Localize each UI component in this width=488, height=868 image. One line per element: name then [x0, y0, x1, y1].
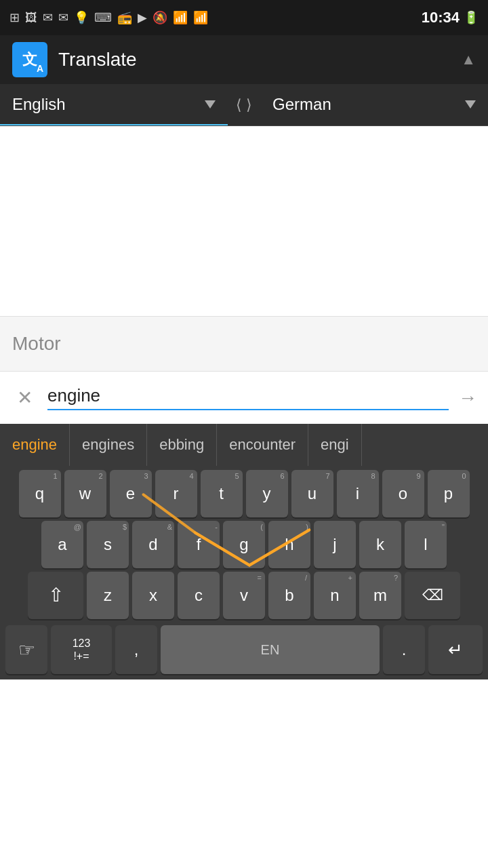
- wifi-icon: 📶: [193, 10, 208, 25]
- output-text: Motor: [12, 333, 61, 355]
- keyboard-icon: ⌨: [94, 10, 112, 25]
- space-key-label: EN: [261, 642, 280, 658]
- key-w[interactable]: 2 w: [64, 470, 106, 517]
- input-bar: ✕ →: [0, 371, 488, 424]
- translate-arrow-button[interactable]: →: [458, 387, 477, 409]
- app-title: Translate: [58, 49, 450, 71]
- key-l[interactable]: " l: [405, 521, 447, 568]
- email-icon: ✉: [43, 10, 53, 25]
- key-e[interactable]: 3 e: [110, 470, 152, 517]
- key-x[interactable]: x: [132, 572, 174, 619]
- suggestion-item-3[interactable]: encounter: [217, 424, 308, 466]
- key-g[interactable]: ( g: [223, 521, 265, 568]
- suggestions-row: engine engines ebbing encounter engi: [0, 424, 488, 466]
- key-u[interactable]: 7 u: [291, 470, 333, 517]
- comma-key[interactable]: ,: [115, 625, 157, 674]
- key-p[interactable]: 0 p: [428, 470, 470, 517]
- keyboard-section: engine engines ebbing encounter engi 1 q…: [0, 424, 488, 679]
- keyboard-row-2: @ a $ s & d - f ( g ) h: [3, 521, 485, 568]
- signal-icon: 📶: [173, 10, 188, 25]
- play-icon: ▶: [138, 10, 147, 25]
- key-d[interactable]: & d: [132, 521, 174, 568]
- key-s[interactable]: $ s: [87, 521, 129, 568]
- enter-key[interactable]: ↵: [428, 625, 483, 674]
- swipe-icon: ☞: [18, 639, 35, 661]
- key-t[interactable]: 5 t: [201, 470, 243, 517]
- source-language-selector[interactable]: English: [0, 84, 228, 125]
- output-area: Motor: [0, 317, 488, 371]
- radio-icon: 📻: [117, 10, 132, 25]
- target-language-selector[interactable]: German: [260, 84, 488, 125]
- target-language-chevron-icon: [465, 100, 476, 108]
- app-bar-chevron-icon: ▲: [461, 51, 476, 68]
- language-swap-button[interactable]: ⟨ ⟩: [228, 96, 260, 114]
- input-field-wrapper: [47, 385, 449, 410]
- swap-icon: ⟨ ⟩: [236, 96, 252, 114]
- status-bar: ⊞ 🖼 ✉ ✉ 💡 ⌨ 📻 ▶ 🔕 📶 📶 10:34 🔋: [0, 0, 488, 35]
- key-j[interactable]: j: [314, 521, 356, 568]
- suggestion-item-1[interactable]: engines: [70, 424, 147, 466]
- keyboard-bottom-row: ☞ 123!+= , EN . ↵: [3, 623, 485, 677]
- key-q[interactable]: 1 q: [19, 470, 61, 517]
- translation-area: [0, 126, 488, 316]
- email2-icon: ✉: [58, 10, 68, 25]
- image-icon: 🖼: [25, 11, 37, 25]
- add-icon: ⊞: [9, 10, 20, 25]
- translate-icon-label: 文A: [22, 52, 37, 67]
- input-clear-button[interactable]: ✕: [11, 387, 38, 409]
- space-key[interactable]: EN: [161, 625, 380, 674]
- battery-icon: 🔋: [464, 10, 479, 25]
- translate-app-icon: 文A: [12, 42, 47, 77]
- key-f[interactable]: - f: [178, 521, 220, 568]
- mute-icon: 🔕: [152, 10, 167, 25]
- status-icons-right: 10:34 🔋: [422, 9, 479, 26]
- key-r[interactable]: 4 r: [155, 470, 197, 517]
- source-language-chevron-icon: [205, 100, 216, 108]
- suggestion-item-2[interactable]: ebbing: [147, 424, 217, 466]
- swipe-key[interactable]: ☞: [5, 625, 47, 674]
- key-c[interactable]: c: [178, 572, 220, 619]
- target-language-label: German: [272, 95, 331, 114]
- app-bar: 文A Translate ▲: [0, 35, 488, 84]
- key-h[interactable]: ) h: [268, 521, 310, 568]
- key-z[interactable]: z: [87, 572, 129, 619]
- period-key[interactable]: .: [383, 625, 425, 674]
- numbers-key[interactable]: 123!+=: [51, 625, 112, 674]
- key-a[interactable]: @ a: [41, 521, 83, 568]
- key-o[interactable]: 9 o: [382, 470, 424, 517]
- key-m[interactable]: ? m: [359, 572, 401, 619]
- keyboard-row-1: 1 q 2 w 3 e 4 r 5 t 6 y: [3, 470, 485, 517]
- translation-input[interactable]: [47, 385, 449, 406]
- key-i[interactable]: 8 i: [337, 470, 379, 517]
- backspace-key[interactable]: ⌫: [405, 572, 460, 619]
- bulb-icon: 💡: [74, 10, 89, 25]
- keyboard: 1 q 2 w 3 e 4 r 5 t 6 y: [0, 466, 488, 679]
- keyboard-row-3: ⇧ z x c = v / b + n ?: [3, 572, 485, 619]
- key-n[interactable]: + n: [314, 572, 356, 619]
- source-language-label: English: [12, 95, 66, 114]
- source-text-display: [12, 140, 476, 180]
- key-v[interactable]: = v: [223, 572, 265, 619]
- key-y[interactable]: 6 y: [246, 470, 288, 517]
- key-k[interactable]: k: [359, 521, 401, 568]
- shift-key[interactable]: ⇧: [28, 572, 83, 619]
- suggestion-item-4[interactable]: engi: [308, 424, 362, 466]
- language-bar[interactable]: English ⟨ ⟩ German: [0, 84, 488, 126]
- status-icons-left: ⊞ 🖼 ✉ ✉ 💡 ⌨ 📻 ▶ 🔕 📶 📶: [9, 10, 208, 25]
- key-b[interactable]: / b: [268, 572, 310, 619]
- status-time: 10:34: [422, 9, 460, 26]
- suggestion-item-0[interactable]: engine: [0, 424, 70, 466]
